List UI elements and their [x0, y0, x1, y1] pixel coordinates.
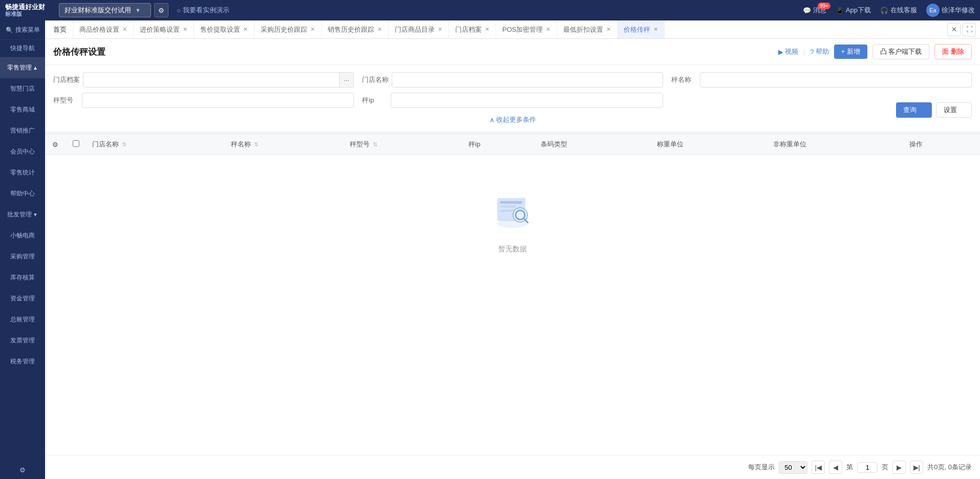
tab-sales-history-close-icon[interactable]: ✕ [377, 26, 382, 33]
expand-tab-button[interactable]: ⛶ [963, 23, 976, 36]
data-table: ⚙ 门店名称 ⇅ 秤名称 [45, 135, 980, 155]
tab-purchase-strategy[interactable]: 进价策略设置 ✕ [134, 20, 194, 38]
sidebar-item-ecommerce-label: 小畅电商 [10, 231, 35, 240]
sidebar-item-marketing-label: 营销推广 [10, 126, 35, 135]
help-link[interactable]: ? 帮助 [810, 47, 828, 56]
select-all-checkbox[interactable] [73, 140, 79, 147]
sidebar-item-tax-label: 税务管理 [10, 357, 35, 366]
sidebar-item-tax[interactable]: 税务管理 [0, 351, 45, 372]
tab-sales-history[interactable]: 销售历史价跟踪 ✕ [322, 20, 389, 38]
sidebar-item-ledger[interactable]: 总账管理 [0, 309, 45, 330]
demo-link[interactable]: ○ 我要看实例演示 [177, 6, 229, 15]
collapse-button[interactable]: ∧ 收起更多条件 [53, 113, 972, 126]
th-non-weight-unit-label: 非称重单位 [773, 140, 806, 148]
store-archive-input[interactable] [83, 72, 339, 88]
sidebar-item-ecommerce[interactable]: 小畅电商 [0, 225, 45, 246]
divider: | [803, 48, 805, 56]
tab-purchase-history-close-icon[interactable]: ✕ [310, 26, 315, 33]
add-button[interactable]: + 新增 [834, 45, 867, 59]
sidebar-quick-nav[interactable]: 快捷导航 [0, 40, 45, 57]
sidebar-item-smart-store[interactable]: 智慧门店 [0, 78, 45, 99]
prev-page-button[interactable]: ◀ [829, 461, 842, 474]
sidebar-item-members[interactable]: 会员中心 [0, 141, 45, 162]
sidebar-item-members-label: 会员中心 [10, 147, 35, 156]
tab-store-catalog-close-icon[interactable]: ✕ [438, 26, 442, 33]
empty-text: 暂无数据 [498, 245, 527, 254]
version-settings-button[interactable]: ⚙ [154, 3, 168, 17]
video-label: 视频 [785, 47, 798, 56]
tab-store-catalog[interactable]: 门店商品目录 ✕ [389, 20, 449, 38]
sidebar-item-wholesale[interactable]: 批发管理 ▼ [0, 204, 45, 225]
tab-min-discount-close-icon[interactable]: ✕ [606, 26, 611, 33]
help-icon: ? [810, 48, 814, 56]
app-download-button[interactable]: 📱 App下载 [836, 6, 871, 15]
tab-price-transfer-close-icon[interactable]: ✕ [653, 26, 658, 33]
last-page-button[interactable]: ▶| [910, 461, 923, 474]
sidebar-item-retail-mall[interactable]: 零售商城 [0, 99, 45, 120]
page-input[interactable] [857, 462, 878, 473]
tab-product-price-close-icon[interactable]: ✕ [122, 26, 127, 33]
sidebar-search[interactable]: 🔍 搜索菜单 [0, 20, 45, 40]
tab-pos-encrypt-close-icon[interactable]: ✕ [546, 26, 550, 33]
tab-pos-encrypt[interactable]: POS加密管理 ✕ [496, 20, 557, 38]
sidebar-item-retail-stats[interactable]: 零售统计 [0, 162, 45, 183]
sidebar-item-help[interactable]: 帮助中心 [0, 183, 45, 204]
sidebar-item-purchase[interactable]: 采购管理 [0, 246, 45, 267]
per-page-select[interactable]: 50 10 20 100 [779, 461, 807, 474]
download-button[interactable]: 凸 客户端下载 [872, 44, 930, 59]
search-row-2: 秤型号 秤ip [53, 93, 972, 108]
scale-model-input[interactable] [82, 93, 354, 108]
close-tab-button[interactable]: ✕ [947, 23, 961, 36]
video-link[interactable]: ▶ 视频 [778, 47, 798, 56]
sort-icon-scale-name: ⇅ [254, 141, 259, 147]
page-label: 页 [882, 463, 888, 472]
online-service-button[interactable]: 🎧 在线客服 [880, 6, 917, 15]
set-button[interactable]: 设置 [936, 102, 972, 118]
sidebar-item-retail[interactable]: 零售管理 ▲ [0, 57, 45, 78]
first-page-button[interactable]: |◀ [812, 461, 825, 474]
tab-sale-price-close-icon[interactable]: ✕ [243, 26, 248, 33]
chevron-down-icon-wholesale: ▼ [33, 212, 38, 217]
tab-store-catalog-label: 门店商品目录 [395, 25, 435, 34]
delete-button[interactable]: 面 删除 [934, 44, 972, 59]
tab-home[interactable]: 首页 [47, 20, 73, 38]
tab-product-price[interactable]: 商品价格设置 ✕ [73, 20, 134, 38]
main-layout: 🔍 搜索菜单 快捷导航 零售管理 ▲ 智慧门店 零售商城 营销推广 会员中心 零… [0, 20, 980, 479]
sidebar-item-invoice[interactable]: 发票管理 [0, 330, 45, 351]
scale-ip-input[interactable] [391, 93, 663, 108]
tab-home-label: 首页 [53, 25, 67, 34]
version-selector[interactable]: 好业财标准版交付试用 ▼ [59, 3, 151, 17]
tab-purchase-strategy-close-icon[interactable]: ✕ [183, 26, 187, 33]
column-settings-icon: ⚙ [52, 141, 58, 148]
tab-sale-price[interactable]: 售价提取设置 ✕ [194, 20, 254, 38]
tab-price-transfer[interactable]: 价格传秤 ✕ [617, 20, 665, 38]
query-button[interactable]: 查询 [896, 102, 932, 118]
sidebar-item-finance[interactable]: 资金管理 [0, 288, 45, 309]
sidebar-item-inventory[interactable]: 库存核算 [0, 267, 45, 288]
th-settings[interactable]: ⚙ [45, 135, 66, 155]
th-scale-name: 秤名称 ⇅ [225, 135, 344, 155]
delete-label: 面 删除 [942, 47, 964, 56]
top-bar-right: 💬 消息 99+ 📱 App下载 🎧 在线客服 Ea 徐泽华修改 [803, 4, 975, 17]
sidebar-item-marketing[interactable]: 营销推广 [0, 120, 45, 141]
tab-min-discount[interactable]: 最低折扣设置 ✕ [557, 20, 617, 38]
sidebar-settings-button[interactable]: ⚙ [0, 461, 45, 479]
tab-store-archive[interactable]: 门店档案 ✕ [449, 20, 496, 38]
pagination: 每页显示 50 10 20 100 |◀ ◀ 第 页 ▶ ▶| 共0页, 0条记… [45, 455, 980, 479]
tab-purchase-history[interactable]: 采购历史价跟踪 ✕ [254, 20, 322, 38]
user-name: 徐泽华修改 [942, 6, 975, 15]
scale-name-input[interactable] [700, 72, 972, 88]
store-archive-label: 门店档案 [53, 75, 80, 84]
user-menu-button[interactable]: Ea 徐泽华修改 [926, 4, 975, 17]
th-checkbox[interactable] [66, 135, 86, 155]
th-scale-ip: 秤ip [462, 135, 535, 155]
tab-store-archive-close-icon[interactable]: ✕ [485, 26, 489, 33]
page-title: 价格传秤设置 [53, 46, 105, 58]
messages-button[interactable]: 💬 消息 99+ [803, 6, 826, 15]
content-area: 首页 商品价格设置 ✕ 进价策略设置 ✕ 售价提取设置 ✕ 采购历史价跟踪 ✕ … [45, 20, 980, 479]
help-label: 帮助 [816, 47, 829, 56]
store-archive-dots-button[interactable]: ··· [339, 72, 354, 88]
store-name-input[interactable] [392, 72, 663, 88]
message-icon: 💬 [803, 7, 811, 14]
next-page-button[interactable]: ▶ [892, 461, 906, 474]
